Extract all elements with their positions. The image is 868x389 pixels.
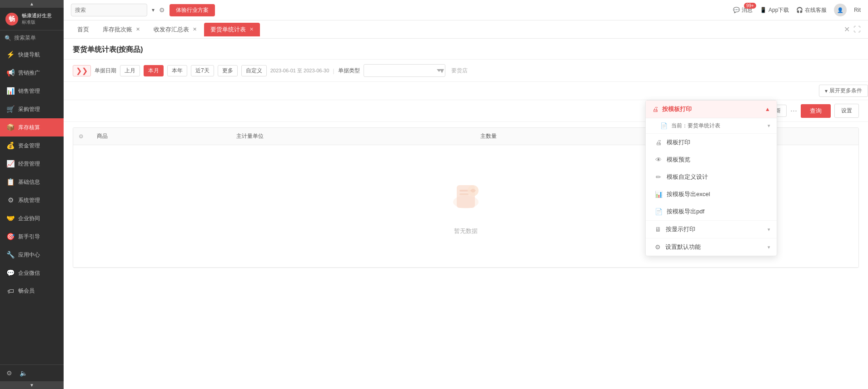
dropdown-section-default[interactable]: ⚙ 设置默认功能 ▾ [646, 238, 777, 256]
app-icon: 📱 [760, 7, 767, 13]
page-header: 要货单统计表(按商品) [64, 39, 868, 60]
tab-expand-icon[interactable]: ⛶ [853, 25, 861, 34]
tabbar: 首页 库存批次账 ✕ 收发存汇总表 ✕ 要货单统计表 ✕ ✕ ⛶ [64, 20, 868, 39]
sidebar-nav: ⚡ 快捷导航 📢 营销推广 📊 销售管理 🛒 采购管理 📦 库存核算 💰 资金管… [0, 45, 64, 364]
nav-icon-sales: 📊 [6, 87, 15, 95]
th-quantity: 主数量 [475, 128, 649, 145]
topbar-dropdown-btn[interactable]: ▾ [152, 7, 155, 13]
sidebar-item-appstore[interactable]: 🔧 应用中心 [0, 246, 64, 264]
export-pdf-icon: 📄 [655, 208, 662, 215]
nav-icon-inventory: 📦 [6, 123, 15, 131]
current-template-text: 当前：要货单统计表 [671, 122, 768, 130]
page-content: 要货单统计表(按商品) ❯❯ 单据日期 上月 本月 本年 近7天 更多 自定义 … [64, 39, 868, 389]
current-template-item[interactable]: 📄 当前：要货单统计表 ▾ [646, 118, 777, 134]
print-dropdown-header[interactable]: 🖨 按模板打印 ▲ [646, 101, 777, 118]
page-title: 要货单统计表(按商品) [73, 45, 859, 55]
expand-more-btn[interactable]: ▾ 展开更多条件 [819, 85, 868, 97]
date-btn-this-year[interactable]: 本年 [167, 65, 187, 76]
topbar-right: 💬 消息 99+ 📱 App下载 🎧 在线客服 👤 Rit [733, 4, 861, 16]
tab-inventory-batch[interactable]: 库存批次账 ✕ [96, 23, 146, 36]
app-download-btn[interactable]: 📱 App下载 [760, 6, 789, 14]
sidebar-item-marketing[interactable]: 📢 营销推广 [0, 64, 64, 82]
speaker-icon[interactable]: 🔈 [20, 369, 27, 377]
require-goods-label: 要货店 [451, 67, 468, 75]
topbar-gear-icon[interactable]: ⚙ [159, 6, 165, 14]
sidebar-item-inventory[interactable]: 📦 库存核算 [0, 118, 64, 136]
nav-icon-member: 🏷 [6, 287, 15, 295]
dropdown-item-export-excel[interactable]: 📊 按模板导出excel [646, 186, 777, 203]
type-filter-select[interactable] [364, 64, 445, 77]
nav-icon-system: ⚙ [6, 196, 15, 204]
date-btn-last-month[interactable]: 上月 [120, 65, 140, 76]
sidebar-logo: 畅 畅康通好生意 标准版 [0, 8, 64, 30]
template-print-icon: 🖨 [655, 139, 662, 146]
nav-icon-purchase: 🛒 [6, 105, 15, 113]
tab-close-order-stats[interactable]: ✕ [249, 26, 254, 32]
nav-icon-marketing: 📢 [6, 69, 15, 77]
nav-icon-collab: 🤝 [6, 214, 15, 222]
sidebar-item-system[interactable]: ⚙ 系统管理 [0, 191, 64, 209]
default-settings-arrow-icon: ▾ [768, 244, 770, 250]
message-btn[interactable]: 💬 消息 99+ [733, 6, 753, 14]
empty-illustration [448, 177, 484, 220]
topbar-search-input[interactable] [71, 4, 147, 16]
settings-btn[interactable]: 设置 [834, 104, 859, 118]
trial-btn[interactable]: 体验行业方案 [170, 4, 215, 16]
sidebar-item-wechat[interactable]: 💬 企业微信 [0, 264, 64, 282]
dropdown-item-template-print[interactable]: 🖨 模板打印 [646, 134, 777, 151]
print-dropdown-header-text: 按模板打印 [662, 105, 765, 113]
date-btn-7days[interactable]: 近7天 [191, 65, 214, 76]
dropdown-section-display-print[interactable]: 🖥 按显示打印 ▾ [646, 220, 777, 238]
tab-close-inventory-batch[interactable]: ✕ [136, 26, 140, 32]
sidebar-scroll-down[interactable]: ▼ [0, 381, 64, 389]
tab-home[interactable]: 首页 [71, 23, 95, 36]
nav-icon-newbie: 🎯 [6, 232, 15, 241]
online-service-btn[interactable]: 🎧 在线客服 [796, 6, 827, 14]
service-icon: 🎧 [796, 7, 803, 13]
tab-close-summary[interactable]: ✕ [193, 26, 197, 32]
template-design-icon: ✏ [655, 173, 662, 181]
logo-text: 畅康通好生意 标准版 [22, 12, 52, 25]
sidebar-search[interactable]: 🔍 搜索菜单 [0, 30, 64, 45]
export-pdf-text: 按模板导出pdf [667, 207, 768, 216]
sidebar-item-purchase[interactable]: 🛒 采购管理 [0, 100, 64, 118]
query-btn[interactable]: 查询 [801, 104, 831, 118]
dropdown-item-template-design[interactable]: ✏ 模板自定义设计 [646, 168, 777, 186]
avatar[interactable]: 👤 [834, 4, 847, 16]
th-product: 商品 [91, 128, 231, 145]
template-preview-text: 模板预览 [667, 156, 768, 164]
current-template-arrow-icon: ▾ [768, 123, 770, 129]
sidebar-item-sales[interactable]: 📊 销售管理 [0, 82, 64, 100]
sidebar-scroll-up[interactable]: ▲ [0, 0, 64, 8]
column-settings-icon[interactable]: ⚙ [79, 133, 84, 140]
filter-expand-arrow[interactable]: ❯❯ [73, 65, 91, 76]
tab-close-all-icon[interactable]: ✕ [844, 25, 850, 34]
tab-order-stats[interactable]: 要货单统计表 ✕ [204, 23, 260, 36]
export-excel-text: 按模板导出excel [667, 190, 768, 198]
sidebar-item-collab[interactable]: 🤝 企业协同 [0, 209, 64, 227]
expand-icon: ▾ [825, 88, 828, 94]
sidebar-item-finance[interactable]: 💰 资金管理 [0, 136, 64, 155]
filter-bar: ❯❯ 单据日期 上月 本月 本年 近7天 更多 自定义 2023-06-01 至… [64, 60, 868, 82]
logo-icon: 畅 [5, 13, 18, 25]
settings-icon[interactable]: ⚙ [6, 369, 12, 377]
date-btn-more[interactable]: 更多 [218, 65, 238, 76]
print-dropdown-header-arrow-icon: ▲ [765, 106, 770, 112]
template-design-text: 模板自定义设计 [667, 173, 768, 181]
sidebar-item-member[interactable]: 🏷 畅会员 [0, 282, 64, 300]
tab-summary[interactable]: 收发存汇总表 ✕ [147, 23, 203, 36]
sidebar-item-newbie[interactable]: 🎯 新手引导 [0, 227, 64, 246]
date-filter-label: 单据日期 [95, 67, 116, 75]
th-gear[interactable]: ⚙ [73, 128, 91, 145]
date-btn-this-month[interactable]: 本月 [144, 65, 164, 76]
more-options-btn[interactable]: ··· [790, 106, 797, 116]
main-area: ▾ ⚙ 体验行业方案 💬 消息 99+ 📱 App下载 🎧 在线客服 👤 Rit [64, 0, 868, 389]
sidebar-item-operation[interactable]: 📈 经营管理 [0, 155, 64, 173]
svg-rect-3 [459, 193, 469, 195]
sidebar-item-quick-nav[interactable]: ⚡ 快捷导航 [0, 45, 64, 64]
dropdown-item-export-pdf[interactable]: 📄 按模板导出pdf [646, 203, 777, 220]
expand-bar: ▾ 展开更多条件 [64, 82, 868, 100]
sidebar-item-basic[interactable]: 📋 基础信息 [0, 173, 64, 191]
date-btn-custom[interactable]: 自定义 [241, 65, 267, 76]
dropdown-item-template-preview[interactable]: 👁 模板预览 [646, 151, 777, 168]
